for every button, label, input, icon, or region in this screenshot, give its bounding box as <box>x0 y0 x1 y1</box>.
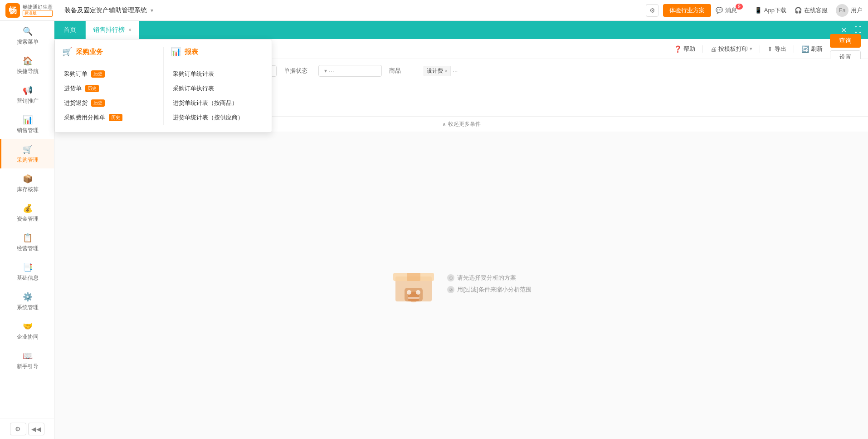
sidebar-label-marketing: 营销推广 <box>17 97 39 105</box>
search-icon: 🔍 <box>23 26 33 36</box>
menu-vertical-divider <box>163 47 164 125</box>
purchase-section-label: 采购业务 <box>76 48 103 56</box>
sidebar-item-sales[interactable]: 📊 销售管理 <box>0 109 54 139</box>
status-dots[interactable]: ··· <box>329 67 334 74</box>
goods-dots[interactable]: ··· <box>453 67 458 74</box>
app-download-label: App下载 <box>764 6 786 15</box>
history-badge: 历史 <box>109 114 122 121</box>
menu-item-purchase-order[interactable]: 采购订单 历史 <box>62 67 156 81</box>
purchase-dropdown-menu: 🛒 采购业务 采购订单 历史 进货单 历史 进货退货 历史 采购费用分摊单 历史… <box>54 39 272 133</box>
goods-tag: 设计费 × <box>424 66 451 76</box>
menu-item-label: 采购订单统计表 <box>173 70 214 78</box>
sidebar-settings-btn[interactable]: ⚙ <box>10 423 26 435</box>
goods-tag-text: 设计费 <box>427 67 443 75</box>
sidebar-item-guide[interactable]: 📖 新手引导 <box>0 345 54 375</box>
sidebar-label-inventory: 库存核算 <box>17 186 39 193</box>
sidebar-item-enterprise[interactable]: 🤝 企业协同 <box>0 316 54 345</box>
finance-icon: 💰 <box>23 203 33 213</box>
collapse-up-icon: ∧ <box>442 121 446 128</box>
refresh-action[interactable]: 🔄 刷新 <box>801 45 823 53</box>
sidebar-item-search[interactable]: 🔍 搜索菜单 <box>0 21 54 50</box>
settings-button[interactable]: ⚙ <box>646 4 658 17</box>
menu-item-label: 进货单统计表（按供应商） <box>173 113 244 122</box>
menu-item-purchase-order-stat[interactable]: 采购订单统计表 <box>171 67 265 81</box>
tab-sales-ranking-label: 销售排行榜 <box>93 26 125 34</box>
svg-point-7 <box>416 290 420 295</box>
sidebar-label-enterprise: 企业协同 <box>17 333 39 341</box>
menu-item-incoming[interactable]: 进货单 历史 <box>62 81 156 96</box>
system-icon: ⚙️ <box>23 292 33 302</box>
marketing-icon: 📢 <box>23 85 33 95</box>
menu-item-return[interactable]: 进货退货 历史 <box>62 96 156 110</box>
goods-tag-close[interactable]: × <box>445 69 448 74</box>
tab-home-label: 首页 <box>63 26 76 34</box>
menu-item-label: 采购订单 <box>64 70 88 78</box>
empty-content: 请先选择要分析的方案 用[过滤]条件来缩小分析范围 <box>391 263 531 308</box>
tab-home[interactable]: 首页 <box>54 21 86 39</box>
collapse-label: 收起更多条件 <box>448 120 481 128</box>
sidebar-item-operations[interactable]: 📋 经营管理 <box>0 227 54 257</box>
toolbar-divider-3 <box>794 45 794 53</box>
purchase-section-icon: 🛒 <box>62 47 72 57</box>
tab-close-icon[interactable]: × <box>128 27 132 33</box>
sidebar-item-marketing[interactable]: 📢 营销推广 <box>0 80 54 109</box>
report-section-title: 📊 报表 <box>171 47 265 60</box>
basic-info-icon: 📑 <box>23 262 33 272</box>
operations-icon: 📋 <box>23 233 33 243</box>
menu-item-purchase-expense[interactable]: 采购费用分摊单 历史 <box>62 110 156 125</box>
sidebar-item-system[interactable]: ⚙️ 系统管理 <box>0 286 54 316</box>
sidebar-collapse-btn[interactable]: ◀◀ <box>28 423 44 435</box>
message-badge: 9 <box>736 4 743 10</box>
sidebar-label-operations: 经营管理 <box>17 245 39 252</box>
sidebar-bottom: ⚙ ◀◀ <box>0 419 54 439</box>
logo-subtitle: 畅捷通好生意 <box>23 4 53 10</box>
menu-item-label: 进货单 <box>64 84 82 93</box>
empty-hint-2: 用[过滤]条件来缩小分析范围 <box>447 286 531 294</box>
home-icon: 🏠 <box>23 56 33 66</box>
menu-item-label: 采购订单执行表 <box>173 84 214 93</box>
print-action[interactable]: 🖨 按模板打印 ▾ <box>710 45 752 53</box>
sidebar-item-inventory[interactable]: 📦 库存核算 <box>0 168 54 198</box>
svg-rect-5 <box>405 288 423 301</box>
svg-point-6 <box>407 290 411 295</box>
menu-item-incoming-stat-goods[interactable]: 进货单统计表（按商品） <box>171 96 265 110</box>
empty-hint-1: 请先选择要分析的方案 <box>447 274 531 282</box>
toolbar-divider-1 <box>702 45 703 53</box>
enterprise-icon: 🤝 <box>23 321 33 331</box>
export-action[interactable]: ⬆ 导出 <box>767 45 786 53</box>
guide-icon: 📖 <box>23 351 33 361</box>
sidebar: 🔍 搜索菜单 🏠 快捷导航 📢 营销推广 📊 销售管理 🛒 采购管理 📦 库存核… <box>0 21 54 439</box>
print-dropdown-icon[interactable]: ▾ <box>750 46 752 52</box>
report-section-label: 报表 <box>185 48 198 56</box>
tab-bar: 首页 销售排行榜 × ✕ ⛶ <box>54 21 868 39</box>
history-badge: 历史 <box>85 85 99 92</box>
menu-item-incoming-stat-supplier[interactable]: 进货单统计表（按供应商） <box>171 110 265 125</box>
menu-item-purchase-order-exec[interactable]: 采购订单执行表 <box>171 81 265 96</box>
app-download-action[interactable]: 📱 App下载 <box>755 6 786 15</box>
sidebar-label-quick-nav: 快捷导航 <box>17 68 39 75</box>
sidebar-item-basic-info[interactable]: 📑 基础信息 <box>0 257 54 286</box>
header-right: 💬 消息 9 📱 App下载 🎧 在线客服 Ea 用户 <box>716 4 863 17</box>
message-action[interactable]: 💬 消息 9 <box>716 6 746 15</box>
system-dropdown-icon[interactable]: ▾ <box>151 7 153 14</box>
history-badge: 历史 <box>91 99 105 107</box>
svg-rect-8 <box>408 297 419 299</box>
user-action[interactable]: Ea 用户 <box>836 4 863 17</box>
sidebar-item-finance[interactable]: 💰 资金管理 <box>0 198 54 227</box>
sidebar-item-quick-nav[interactable]: 🏠 快捷导航 <box>0 50 54 80</box>
online-service-label: 在线客服 <box>804 6 828 15</box>
empty-hints: 请先选择要分析的方案 用[过滤]条件来缩小分析范围 <box>447 274 531 297</box>
tab-sales-ranking[interactable]: 销售排行榜 × <box>86 21 139 39</box>
sidebar-item-purchase[interactable]: 🛒 采购管理 <box>0 139 54 168</box>
menu-item-label: 进货退货 <box>64 99 88 107</box>
help-action[interactable]: ❓ 帮助 <box>674 45 695 53</box>
online-service-action[interactable]: 🎧 在线客服 <box>795 6 828 15</box>
industry-button[interactable]: 体验行业方案 <box>663 4 711 17</box>
query-button[interactable]: 查询 <box>830 34 861 48</box>
system-name-area: 装备及固定资产辅助管理系统 ▾ <box>64 6 641 15</box>
svg-rect-2 <box>407 273 420 281</box>
empty-illustration <box>391 263 436 308</box>
sidebar-label-guide: 新手引导 <box>17 363 39 370</box>
status-select[interactable]: ▾ ··· <box>318 65 382 77</box>
print-label: 按模板打印 <box>718 45 748 53</box>
